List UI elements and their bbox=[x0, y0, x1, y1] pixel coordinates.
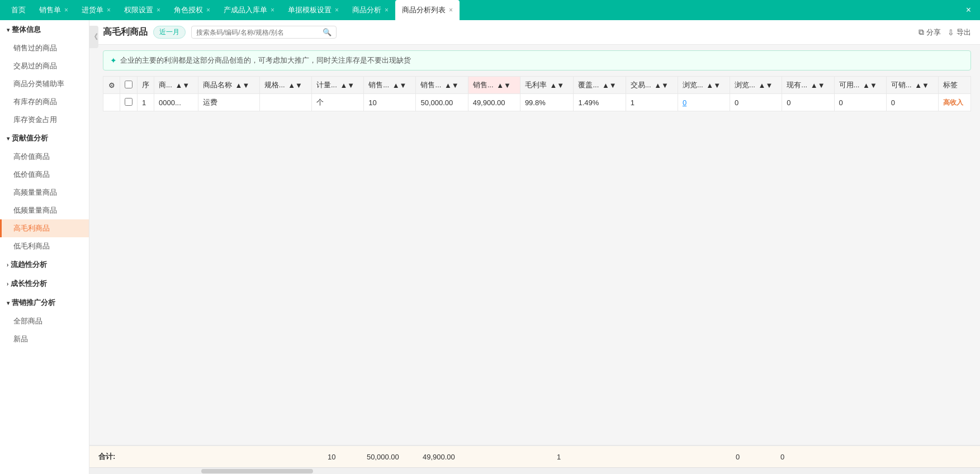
row-checkbox[interactable] bbox=[125, 98, 132, 106]
sort-sales-cost-icon[interactable]: ▲▼ bbox=[496, 81, 511, 90]
tab-purchase[interactable]: 进货单 × bbox=[75, 0, 117, 20]
sidebar-item-new-goods[interactable]: 新品 bbox=[0, 330, 89, 348]
sidebar-item-high-margin[interactable]: 高毛利商品 bbox=[0, 219, 89, 237]
scroll-thumb[interactable] bbox=[201, 469, 313, 473]
close-all-tabs[interactable]: × bbox=[962, 5, 976, 15]
sidebar-item-traded-goods[interactable]: 交易过的商品 bbox=[0, 57, 89, 75]
info-icon: ✦ bbox=[110, 56, 117, 65]
sort-current-stock-icon[interactable]: ▲▼ bbox=[811, 81, 825, 90]
close-tab-roles[interactable]: × bbox=[206, 6, 210, 14]
sort-unit-icon[interactable]: ▲▼ bbox=[340, 81, 354, 90]
footer-sales-qty: 10 bbox=[328, 453, 367, 461]
row-coverage: 1.49% bbox=[574, 94, 626, 111]
arrow-icon-marketing: ▾ bbox=[7, 300, 10, 306]
sort-name-icon[interactable]: ▲▼ bbox=[235, 81, 250, 90]
sort-saleable-icon[interactable]: ▲▼ bbox=[915, 81, 929, 90]
sort-trade-count-icon[interactable]: ▲▼ bbox=[654, 81, 669, 90]
close-tab-products[interactable]: × bbox=[271, 6, 274, 14]
sort-sales-qty-icon[interactable]: ▲▼ bbox=[392, 81, 407, 90]
col-saleable[interactable]: 可销... ▲▼ bbox=[886, 77, 938, 94]
export-icon: ⇩ bbox=[948, 28, 954, 37]
col-num: 序 bbox=[138, 77, 154, 94]
close-tab-sales[interactable]: × bbox=[64, 6, 68, 14]
settings-icon[interactable]: ⚙ bbox=[108, 81, 115, 90]
sort-available-icon[interactable]: ▲▼ bbox=[863, 81, 877, 90]
sidebar-item-sales-goods[interactable]: 销售过的商品 bbox=[0, 39, 89, 57]
tab-home[interactable]: 首页 bbox=[4, 0, 32, 20]
sort-coverage-icon[interactable]: ▲▼ bbox=[602, 81, 617, 90]
sort-margin-rate-icon[interactable]: ▲▼ bbox=[550, 81, 565, 90]
tab-analysis[interactable]: 商品分析 × bbox=[345, 0, 395, 20]
sort-sales-amount-icon[interactable]: ▲▼ bbox=[444, 81, 459, 90]
col-sales-qty[interactable]: 销售... ▲▼ bbox=[364, 77, 416, 94]
tab-analysis-list[interactable]: 商品分析列表 × bbox=[395, 0, 460, 20]
tab-sales[interactable]: 销售单 × bbox=[32, 0, 75, 20]
footer-total-row: 合计: 10 50,000.00 49,900.00 1 0 0 bbox=[89, 445, 980, 467]
sort-browse1-icon[interactable]: ▲▼ bbox=[706, 81, 721, 90]
table-header-row: ⚙ 序 商... ▲▼ 商品名称 ▲▼ bbox=[103, 77, 971, 94]
col-spec[interactable]: 规格... ▲▼ bbox=[259, 77, 311, 94]
sidebar-group-overall[interactable]: ▾ 整体信息 bbox=[0, 20, 89, 39]
col-browse1[interactable]: 浏览... ▲▼ bbox=[678, 77, 730, 94]
sidebar-item-analysis-aid[interactable]: 商品分类辅助率 bbox=[0, 75, 89, 93]
footer-sales-amount: 50,000.00 bbox=[367, 453, 423, 461]
col-tag: 标签 bbox=[938, 77, 970, 94]
filter-recent-month-button[interactable]: 近一月 bbox=[153, 26, 186, 39]
col-available[interactable]: 可用... ▲▼ bbox=[834, 77, 886, 94]
tab-permissions[interactable]: 权限设置 × bbox=[117, 0, 167, 20]
sidebar-group-trend[interactable]: › 流趋性分析 bbox=[0, 255, 89, 274]
sidebar-item-high-freq[interactable]: 高频量量商品 bbox=[0, 184, 89, 201]
row-trade-count: 1 bbox=[626, 94, 678, 111]
top-navigation: 首页 销售单 × 进货单 × 权限设置 × 角色授权 × 产成品入库单 × 单据… bbox=[0, 0, 980, 20]
sidebar-item-low-margin[interactable]: 低毛利商品 bbox=[0, 237, 89, 255]
sidebar-group-finance[interactable]: ▾ 贡献值分析 bbox=[0, 129, 89, 148]
col-margin-rate[interactable]: 毛利率 ▲▼ bbox=[520, 77, 574, 94]
sidebar-item-stock-occupy[interactable]: 库存资金占用 bbox=[0, 111, 89, 129]
close-tab-template[interactable]: × bbox=[335, 6, 339, 14]
sidebar-group-growth[interactable]: › 成长性分析 bbox=[0, 274, 89, 293]
share-button[interactable]: ⧉ 分享 bbox=[919, 27, 941, 37]
row-browse1[interactable]: 0 bbox=[678, 94, 730, 111]
sidebar-item-low-value[interactable]: 低价值商品 bbox=[0, 166, 89, 184]
col-browse2[interactable]: 浏览... ▲▼ bbox=[730, 77, 782, 94]
tab-products[interactable]: 产成品入库单 × bbox=[217, 0, 281, 20]
table-container[interactable]: ⚙ 序 商... ▲▼ 商品名称 ▲▼ bbox=[89, 76, 980, 445]
tab-template[interactable]: 单据模板设置 × bbox=[281, 0, 345, 20]
col-sales-cost[interactable]: 销售... ▲▼ bbox=[468, 77, 520, 94]
sidebar-item-low-freq[interactable]: 低频量量商品 bbox=[0, 201, 89, 219]
sidebar-item-in-stock[interactable]: 有库存的商品 bbox=[0, 93, 89, 111]
horizontal-scrollbar[interactable] bbox=[89, 467, 980, 474]
export-button[interactable]: ⇩ 导出 bbox=[948, 27, 971, 37]
sidebar-item-all-goods[interactable]: 全部商品 bbox=[0, 312, 89, 330]
col-sales-amount[interactable]: 销售... ▲▼ bbox=[416, 77, 468, 94]
close-tab-purchase[interactable]: × bbox=[107, 6, 111, 14]
close-tab-analysis[interactable]: × bbox=[385, 6, 389, 14]
col-name[interactable]: 商品名称 ▲▼ bbox=[198, 77, 259, 94]
col-settings[interactable]: ⚙ bbox=[103, 77, 120, 94]
footer-trade-count: 1 bbox=[557, 453, 602, 461]
col-unit[interactable]: 计量... ▲▼ bbox=[312, 77, 364, 94]
tab-roles[interactable]: 角色授权 × bbox=[167, 0, 217, 20]
col-current-stock[interactable]: 现有... ▲▼ bbox=[782, 77, 834, 94]
sidebar-item-high-value[interactable]: 高价值商品 bbox=[0, 148, 89, 166]
row-available: 0 bbox=[834, 94, 886, 111]
sort-browse2-icon[interactable]: ▲▼ bbox=[759, 81, 773, 90]
row-checkbox-cell bbox=[120, 94, 138, 111]
close-tab-analysis-list[interactable]: × bbox=[449, 6, 453, 14]
row-tag: 高收入 bbox=[938, 94, 970, 111]
search-icon[interactable]: 🔍 bbox=[323, 28, 332, 36]
sidebar-collapse-button[interactable]: 《 bbox=[89, 26, 98, 48]
select-all-checkbox[interactable] bbox=[125, 81, 132, 88]
col-coverage[interactable]: 覆盖... ▲▼ bbox=[574, 77, 626, 94]
sort-code-icon[interactable]: ▲▼ bbox=[175, 81, 190, 90]
sidebar-group-marketing[interactable]: ▾ 营销推广分析 bbox=[0, 293, 89, 312]
col-trade-count[interactable]: 交易... ▲▼ bbox=[626, 77, 678, 94]
close-tab-permissions[interactable]: × bbox=[157, 6, 160, 14]
arrow-icon-finance: ▾ bbox=[7, 135, 10, 142]
sort-spec-icon[interactable]: ▲▼ bbox=[288, 81, 302, 90]
search-input[interactable] bbox=[196, 29, 323, 36]
footer-sales-cost: 49,900.00 bbox=[423, 453, 479, 461]
col-code[interactable]: 商... ▲▼ bbox=[154, 77, 198, 94]
content-area: 《 高毛利商品 近一月 🔍 ⧉ 分享 ⇩ 导出 ✦ bbox=[89, 20, 980, 474]
row-browse2: 0 bbox=[730, 94, 782, 111]
